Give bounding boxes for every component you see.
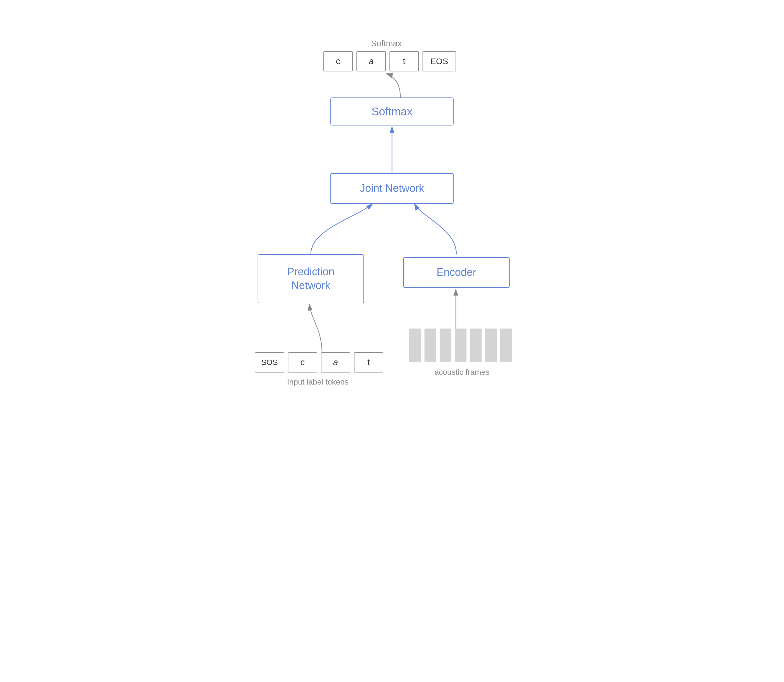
- encoder-box: Encoder: [403, 257, 510, 288]
- output-label-text: Softmax: [302, 39, 471, 48]
- acoustic-bar-2: [425, 328, 436, 362]
- joint-network-label: Joint Network: [360, 182, 424, 195]
- output-token-t: t: [390, 51, 419, 72]
- diagram-container: Softmax c a t EOS Softmax Joint Network …: [238, 33, 546, 649]
- acoustic-bar-3: [440, 328, 452, 362]
- input-token-t: t: [354, 352, 383, 373]
- joint-network-box: Joint Network: [331, 173, 453, 204]
- softmax-label: Softmax: [372, 105, 413, 118]
- output-token-c: c: [323, 51, 353, 72]
- acoustic-frames-label: acoustic frames: [409, 368, 515, 377]
- input-token-c: c: [288, 352, 317, 373]
- prediction-network-label: PredictionNetwork: [287, 265, 335, 293]
- arrows-svg: [238, 33, 546, 649]
- acoustic-bar-7: [500, 328, 512, 362]
- softmax-box: Softmax: [331, 97, 453, 126]
- acoustic-bar-1: [409, 328, 421, 362]
- output-token-eos: EOS: [423, 51, 456, 72]
- input-token-a: a: [321, 352, 350, 373]
- encoder-label: Encoder: [437, 266, 476, 279]
- acoustic-bar-5: [470, 328, 482, 362]
- input-token-sos: SOS: [255, 352, 284, 373]
- acoustic-bar-6: [485, 328, 497, 362]
- acoustic-bar-4: [455, 328, 466, 362]
- input-label-text: Input label tokens: [265, 378, 371, 387]
- output-token-a: a: [356, 51, 386, 72]
- prediction-network-box: PredictionNetwork: [258, 254, 364, 303]
